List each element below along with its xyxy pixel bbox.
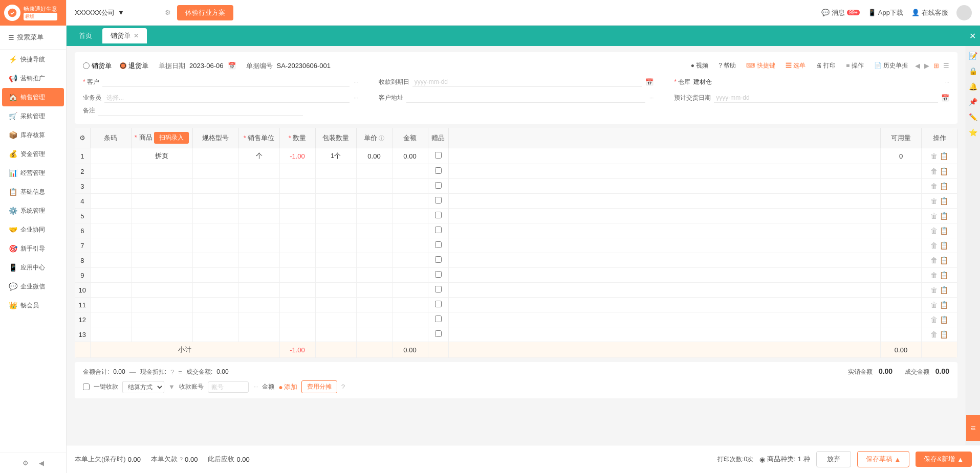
copy-icon[interactable]: 📋 bbox=[940, 167, 948, 175]
row-unit[interactable] bbox=[238, 268, 279, 283]
row-goods[interactable] bbox=[131, 223, 192, 238]
row-price[interactable] bbox=[356, 164, 392, 179]
copy-icon[interactable]: 📋 bbox=[940, 152, 948, 160]
row-price[interactable]: 0.00 bbox=[356, 148, 392, 164]
row-goods[interactable] bbox=[131, 164, 192, 179]
copy-icon[interactable]: 📋 bbox=[940, 301, 948, 309]
row-barcode[interactable] bbox=[90, 238, 131, 253]
sidebar-item-inventory[interactable]: 📦 库存核算 bbox=[2, 126, 64, 144]
row-price[interactable] bbox=[356, 327, 392, 342]
row-goods[interactable] bbox=[131, 268, 192, 283]
toolbar-select-btn[interactable]: ☰ 选单 bbox=[782, 60, 809, 71]
row-amount[interactable] bbox=[392, 253, 428, 268]
row-pkg-qty[interactable]: 1个 bbox=[315, 148, 356, 164]
toolbar-help-btn[interactable]: ? 帮助 bbox=[715, 60, 739, 71]
delete-icon[interactable]: 🗑 bbox=[930, 256, 938, 264]
row-qty[interactable] bbox=[279, 223, 315, 238]
row-unit[interactable]: 个 bbox=[238, 148, 279, 164]
row-amount[interactable] bbox=[392, 327, 428, 342]
toolbar-list-icon[interactable]: ☰ bbox=[943, 62, 949, 70]
delete-icon[interactable]: 🗑 bbox=[930, 182, 938, 190]
toolbar-prev-icon[interactable]: ◀ bbox=[915, 62, 920, 70]
row-gift[interactable] bbox=[428, 223, 448, 238]
right-icon-edit[interactable]: 📝 bbox=[968, 50, 979, 61]
row-barcode[interactable] bbox=[90, 298, 131, 312]
row-gift[interactable] bbox=[428, 327, 448, 342]
row-qty[interactable]: -1.00 bbox=[279, 148, 315, 164]
row-spec[interactable] bbox=[192, 148, 238, 164]
row-barcode[interactable] bbox=[90, 209, 131, 223]
toolbar-operation-btn[interactable]: ≡ 操作 bbox=[843, 60, 866, 71]
copy-icon[interactable]: 📋 bbox=[940, 197, 948, 205]
sidebar-item-member[interactable]: 👑 畅会员 bbox=[2, 296, 64, 314]
row-barcode[interactable] bbox=[90, 268, 131, 283]
row-pkg-qty[interactable] bbox=[315, 194, 356, 209]
delete-icon[interactable]: 🗑 bbox=[930, 286, 938, 294]
row-unit[interactable] bbox=[238, 238, 279, 253]
memo-input[interactable] bbox=[98, 106, 303, 116]
copy-icon[interactable]: 📋 bbox=[940, 330, 948, 339]
warehouse-dots[interactable]: ··· bbox=[945, 79, 949, 85]
row-unit[interactable] bbox=[238, 298, 279, 312]
row-amount[interactable] bbox=[392, 223, 428, 238]
due-date-input[interactable] bbox=[412, 77, 643, 87]
row-price[interactable] bbox=[356, 179, 392, 194]
row-amount[interactable]: 0.00 bbox=[392, 148, 428, 164]
row-price[interactable] bbox=[356, 312, 392, 327]
row-price[interactable] bbox=[356, 209, 392, 223]
row-qty[interactable] bbox=[279, 238, 315, 253]
copy-icon[interactable]: 📋 bbox=[940, 212, 948, 220]
sidebar-item-enterprise[interactable]: 🤝 企业协同 bbox=[2, 220, 64, 239]
row-price[interactable] bbox=[356, 268, 392, 283]
toolbar-video-btn[interactable]: ● 视频 bbox=[688, 60, 712, 71]
row-price[interactable] bbox=[356, 238, 392, 253]
delete-icon[interactable]: 🗑 bbox=[930, 152, 938, 160]
delete-icon[interactable]: 🗑 bbox=[930, 301, 938, 309]
row-price[interactable] bbox=[356, 253, 392, 268]
toolbar-grid-icon[interactable]: ⊞ bbox=[933, 62, 939, 70]
row-price[interactable] bbox=[356, 283, 392, 298]
settlement-method-select[interactable]: 结算方式 bbox=[122, 381, 164, 393]
row-gift[interactable] bbox=[428, 194, 448, 209]
row-qty[interactable] bbox=[279, 164, 315, 179]
row-unit[interactable] bbox=[238, 209, 279, 223]
sidebar-item-finance[interactable]: 💰 资金管理 bbox=[2, 145, 64, 163]
customer-addr-input[interactable] bbox=[406, 93, 645, 103]
row-unit[interactable] bbox=[238, 253, 279, 268]
delete-icon[interactable]: 🗑 bbox=[930, 167, 938, 175]
online-service-btn[interactable]: 👤 在线客服 bbox=[911, 8, 948, 17]
salesperson-dots[interactable]: ··· bbox=[354, 95, 358, 101]
row-goods[interactable] bbox=[131, 327, 192, 342]
save-new-button[interactable]: 保存&新增 ▲ bbox=[916, 452, 972, 467]
row-price[interactable] bbox=[356, 298, 392, 312]
row-spec[interactable] bbox=[192, 312, 238, 327]
row-amount[interactable] bbox=[392, 164, 428, 179]
scan-button[interactable]: 扫码录入 bbox=[154, 132, 189, 144]
toolbar-history-btn[interactable]: 📄 历史单据 bbox=[871, 60, 911, 71]
customer-input[interactable] bbox=[102, 77, 350, 87]
row-spec[interactable] bbox=[192, 194, 238, 209]
sidebar-item-marketing[interactable]: 📢 营销推广 bbox=[2, 69, 64, 87]
right-icon-pencil[interactable]: ✏️ bbox=[968, 111, 979, 123]
row-qty[interactable] bbox=[279, 253, 315, 268]
row-goods[interactable] bbox=[131, 209, 192, 223]
row-goods[interactable] bbox=[131, 298, 192, 312]
row-pkg-qty[interactable] bbox=[315, 238, 356, 253]
right-icon-lock[interactable]: 🔒 bbox=[968, 65, 979, 77]
row-spec[interactable] bbox=[192, 179, 238, 194]
sidebar-item-system[interactable]: ⚙️ 系统管理 bbox=[2, 201, 64, 220]
row-qty[interactable] bbox=[279, 298, 315, 312]
row-barcode[interactable] bbox=[90, 164, 131, 179]
radio-sales-order[interactable]: 销货单 bbox=[83, 61, 112, 71]
row-amount[interactable] bbox=[392, 194, 428, 209]
sidebar-search-item[interactable]: ☰ 搜索菜单 bbox=[4, 30, 62, 45]
account-number-input[interactable] bbox=[208, 381, 249, 393]
row-barcode[interactable] bbox=[90, 312, 131, 327]
row-gift[interactable] bbox=[428, 312, 448, 327]
row-price[interactable] bbox=[356, 194, 392, 209]
company-selector[interactable]: XXXXXX公司 ▼ bbox=[75, 8, 157, 17]
copy-icon[interactable]: 📋 bbox=[940, 227, 948, 235]
row-goods[interactable] bbox=[131, 283, 192, 298]
delete-icon[interactable]: 🗑 bbox=[930, 316, 938, 324]
sidebar-collapse-btn[interactable]: ◀ bbox=[36, 457, 47, 469]
